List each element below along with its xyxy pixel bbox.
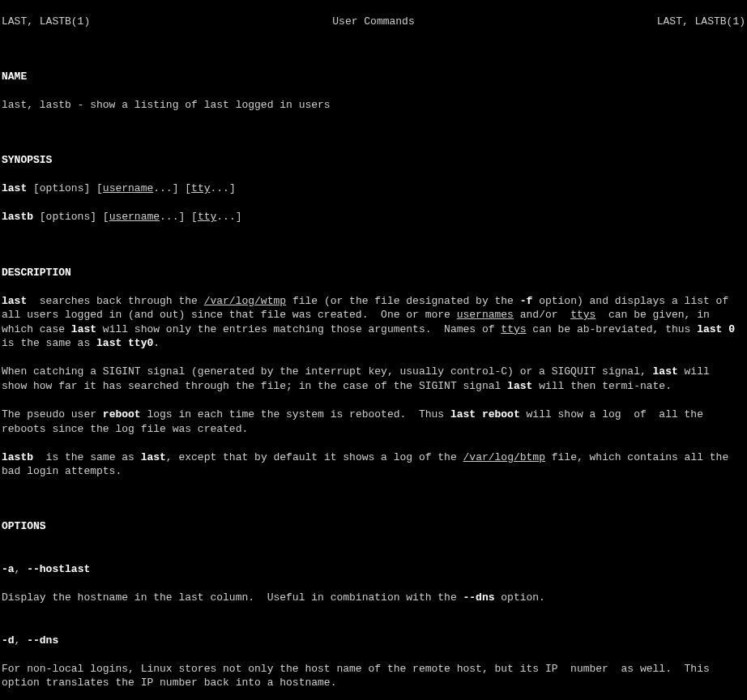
header-center: User Commands — [332, 15, 414, 29]
synopsis-line-1: last [options] [username...] [tty...] — [2, 181, 745, 196]
header-line: LAST, LASTB(1)User CommandsLAST, LASTB(1… — [2, 15, 745, 29]
section-options-title: OPTIONS — [2, 519, 745, 534]
description-p1: last searches back through the /var/log/… — [2, 294, 745, 351]
description-p2: When catching a SIGINT signal (generated… — [2, 365, 745, 393]
header-left: LAST, LASTB(1) — [2, 15, 90, 29]
header-right: LAST, LASTB(1) — [657, 15, 745, 29]
section-synopsis-title: SYNOPSIS — [2, 153, 745, 168]
description-p4: lastb is the same as last, except that b… — [2, 450, 745, 479]
description-p3: The pseudo user reboot logs in each time… — [2, 408, 745, 436]
name-text: last, lastb - show a listing of last log… — [2, 98, 745, 113]
option-a-flag: -a, --hostlast — [2, 562, 745, 577]
synopsis-line-2: lastb [options] [username...] [tty...] — [2, 210, 745, 224]
man-page: LAST, LASTB(1)User CommandsLAST, LASTB(1… — [0, 0, 747, 700]
option-a-desc: Display the hostname in the last column.… — [2, 591, 745, 605]
option-d-desc: For non-local logins, Linux stores not o… — [2, 662, 745, 690]
section-name-title: NAME — [2, 70, 745, 84]
option-d-flag: -d, --dns — [2, 634, 745, 648]
section-description-title: DESCRIPTION — [2, 266, 745, 280]
